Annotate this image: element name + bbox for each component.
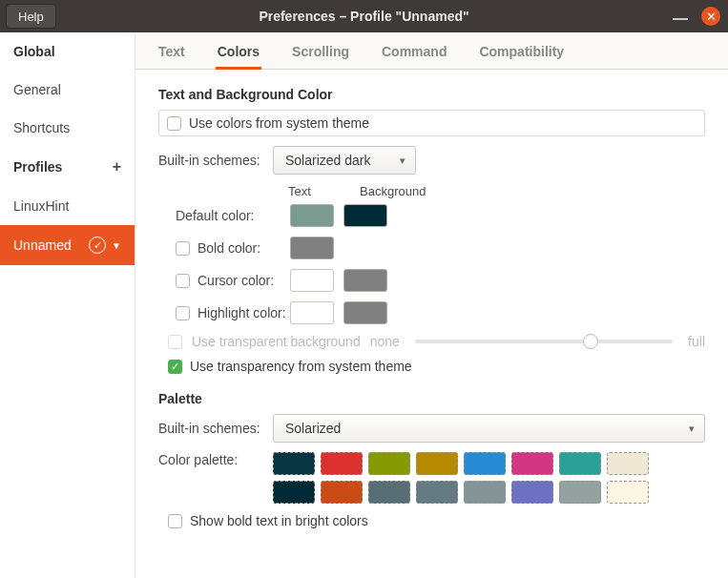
bold-color-row[interactable]: Bold color: bbox=[168, 240, 290, 256]
transparent-bg-label: Use transparent background bbox=[192, 334, 361, 349]
cursor-color-label: Cursor color: bbox=[198, 273, 274, 288]
palette-color-7[interactable] bbox=[607, 452, 649, 475]
palette-color-11[interactable] bbox=[416, 481, 458, 504]
default-color-label: Default color: bbox=[168, 208, 290, 223]
sidebar: Global General Shortcuts Profiles + Linu… bbox=[0, 32, 135, 578]
color-palette-label: Color palette: bbox=[158, 452, 273, 467]
tab-compatibility[interactable]: Compatibility bbox=[479, 44, 564, 69]
checkbox-icon bbox=[176, 274, 190, 288]
add-profile-icon[interactable]: + bbox=[113, 158, 121, 175]
builtin-scheme-dropdown[interactable]: Solarized dark bbox=[273, 146, 416, 175]
palette-color-3[interactable] bbox=[416, 452, 458, 475]
use-system-theme-label: Use colors from system theme bbox=[189, 115, 369, 131]
tabs: Text Colors Scrolling Command Compatibil… bbox=[135, 32, 728, 70]
palette-color-14[interactable] bbox=[559, 481, 601, 504]
palette-builtin-label: Built-in schemes: bbox=[158, 421, 273, 436]
cursor-color-row[interactable]: Cursor color: bbox=[168, 273, 290, 288]
default-bg-color[interactable] bbox=[343, 204, 387, 227]
sidebar-item-shortcuts[interactable]: Shortcuts bbox=[0, 109, 135, 147]
checkbox-checked-icon: ✓ bbox=[168, 360, 182, 374]
palette-grid bbox=[273, 452, 649, 504]
bold-text-color[interactable] bbox=[290, 237, 334, 259]
builtin-schemes-label: Built-in schemes: bbox=[158, 153, 273, 168]
checkbox-icon bbox=[176, 241, 190, 256]
palette-color-15[interactable] bbox=[607, 481, 649, 504]
highlight-text-color[interactable] bbox=[290, 301, 334, 324]
palette-scheme-dropdown[interactable]: Solarized bbox=[273, 414, 705, 443]
cursor-text-color[interactable] bbox=[290, 269, 334, 292]
section-text-bg-title: Text and Background Color bbox=[158, 87, 705, 102]
palette-color-0[interactable] bbox=[273, 452, 315, 475]
slider-full-label: full bbox=[688, 334, 705, 349]
col-header-background: Background bbox=[360, 184, 412, 198]
palette-color-1[interactable] bbox=[321, 452, 363, 475]
main-panel: Text Colors Scrolling Command Compatibil… bbox=[135, 32, 728, 578]
checkbox-icon bbox=[176, 306, 190, 320]
palette-color-9[interactable] bbox=[321, 481, 363, 504]
use-transparency-system-label: Use transparency from system theme bbox=[190, 359, 412, 374]
window-title: Preferences – Profile "Unnamed" bbox=[259, 9, 468, 24]
sidebar-item-label: Unnamed bbox=[13, 237, 72, 253]
highlight-bg-color[interactable] bbox=[343, 301, 387, 324]
use-transparency-system-row[interactable]: ✓ Use transparency from system theme bbox=[158, 359, 705, 374]
profiles-label: Profiles bbox=[13, 159, 62, 175]
palette-color-5[interactable] bbox=[511, 452, 553, 475]
highlight-color-row[interactable]: Highlight color: bbox=[168, 305, 290, 320]
titlebar: Help Preferences – Profile "Unnamed" ✕ bbox=[0, 0, 728, 32]
section-palette-title: Palette bbox=[158, 391, 705, 406]
sidebar-item-general[interactable]: General bbox=[0, 71, 135, 109]
sidebar-item-linuxhint[interactable]: LinuxHint bbox=[0, 187, 135, 225]
palette-color-8[interactable] bbox=[273, 481, 315, 504]
palette-color-12[interactable] bbox=[464, 481, 506, 504]
checkbox-icon bbox=[168, 335, 182, 349]
cursor-bg-color[interactable] bbox=[343, 269, 387, 292]
slider-thumb bbox=[583, 334, 598, 349]
highlight-color-label: Highlight color: bbox=[198, 305, 286, 320]
use-system-theme-checkbox[interactable]: Use colors from system theme bbox=[158, 110, 705, 136]
show-bold-bright-row[interactable]: Show bold text in bright colors bbox=[158, 513, 705, 528]
profile-menu-icon[interactable]: ▼ bbox=[112, 240, 121, 251]
tab-command[interactable]: Command bbox=[382, 44, 447, 69]
minimize-icon[interactable] bbox=[673, 18, 688, 20]
palette-color-4[interactable] bbox=[464, 452, 506, 475]
close-icon[interactable]: ✕ bbox=[701, 7, 720, 26]
selected-check-icon: ✓ bbox=[89, 237, 106, 254]
show-bold-bright-label: Show bold text in bright colors bbox=[190, 513, 368, 528]
checkbox-icon bbox=[168, 514, 182, 528]
default-text-color[interactable] bbox=[290, 204, 334, 227]
help-menu[interactable]: Help bbox=[6, 4, 56, 29]
slider-none-label: none bbox=[370, 334, 400, 349]
sidebar-item-unnamed[interactable]: Unnamed ✓ ▼ bbox=[0, 225, 135, 265]
transparent-bg-row: Use transparent background none full bbox=[158, 334, 705, 349]
palette-color-6[interactable] bbox=[559, 452, 601, 475]
tab-text[interactable]: Text bbox=[158, 44, 185, 69]
bold-color-label: Bold color: bbox=[198, 240, 260, 256]
tab-scrolling[interactable]: Scrolling bbox=[292, 44, 349, 69]
checkbox-icon bbox=[167, 116, 181, 131]
col-header-text: Text bbox=[288, 184, 341, 198]
palette-color-13[interactable] bbox=[511, 481, 553, 504]
palette-color-10[interactable] bbox=[368, 481, 410, 504]
transparency-slider bbox=[415, 340, 673, 343]
tab-colors[interactable]: Colors bbox=[218, 44, 260, 69]
sidebar-profiles: Profiles + bbox=[0, 147, 135, 187]
palette-color-2[interactable] bbox=[368, 452, 410, 475]
sidebar-global: Global bbox=[0, 32, 135, 71]
